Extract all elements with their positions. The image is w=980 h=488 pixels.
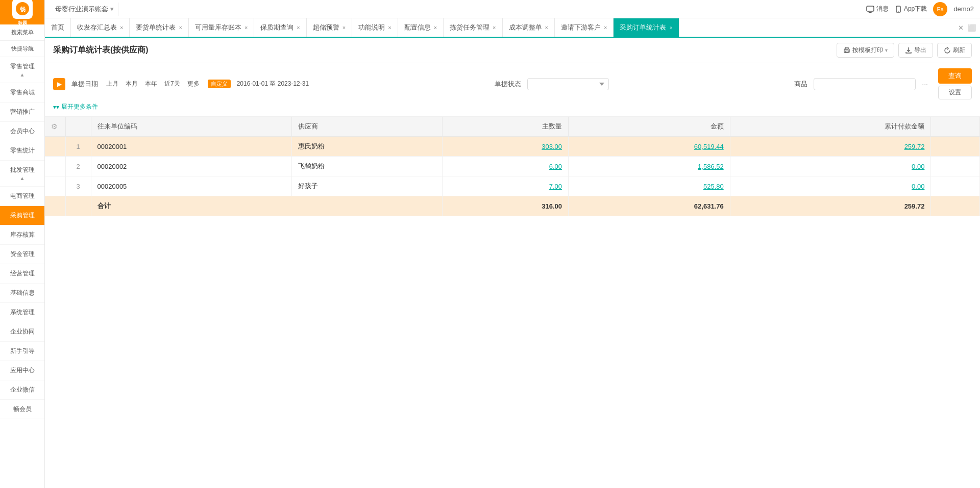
date-shortcut-2[interactable]: 本年 [143,79,159,89]
tab-config-info[interactable]: 配置信息× [398,18,444,37]
sidebar-item-wholesale[interactable]: 批发管理▲ [0,161,44,187]
main-qty-cell[interactable]: 6.00 [442,157,569,176]
account-dropdown[interactable]: 母婴行业演示账套 ▾ [51,3,118,16]
date-shortcuts: 上月本月本年近7天更多 [104,79,202,89]
tab-available-stock[interactable]: 可用量库存账本× [189,18,254,37]
tab-receive-summary[interactable]: 收发存汇总表× [71,18,130,37]
tab-feature-desc[interactable]: 功能说明× [352,18,398,37]
sidebar-item-enterprise[interactable]: 企业协同 [0,322,44,342]
tab-close-picking-task[interactable]: × [493,24,496,31]
tab-label-purchase-stat: 采购订单统计表 [620,23,666,32]
sidebar-item-retail[interactable]: 零售管理▲ [0,57,44,83]
app-download-btn[interactable]: App下载 [895,5,927,13]
sidebar-item-purchase[interactable]: 采购管理 [0,206,44,225]
tab-purchase-stat[interactable]: 采购订单统计表× [614,18,679,37]
search-menu-item[interactable]: 搜索菜单 [0,24,44,41]
message-btn[interactable]: 消息 [866,5,889,13]
filter-toggle-btn[interactable]: ▶ [53,78,65,90]
tab-order-summary[interactable]: 要货单统计表× [130,18,188,37]
sidebar-item-label-operation: 经营管理 [10,269,35,278]
sidebar-item-wechat[interactable]: 企业微信 [0,380,44,400]
tab-cost-adjust[interactable]: 成本调整单× [503,18,555,37]
print-button[interactable]: 按模板打印 ▾ [837,43,894,58]
paid-amount-cell[interactable]: 259.72 [730,137,931,157]
sidebar-item-label-retail-stat: 零售统计 [10,146,35,155]
export-button[interactable]: 导出 [898,43,933,58]
date-shortcut-3[interactable]: 近7天 [162,79,182,89]
tab-close-invite-downstream[interactable]: × [604,24,607,31]
sidebar-item-inventory[interactable]: 库存核算 [0,225,44,245]
tab-close-feature-desc[interactable]: × [388,24,391,31]
sidebar-item-label-newbie: 新手引导 [10,347,35,355]
svg-point-4 [898,11,899,12]
sidebar-item-system[interactable]: 系统管理 [0,303,44,322]
date-shortcut-4[interactable]: 更多 [185,79,202,89]
tab-invite-downstream[interactable]: 邀请下游客户× [555,18,614,37]
tab-label-cost-adjust: 成本调整单 [509,23,542,32]
tab-close-config-info[interactable]: × [434,24,437,31]
tab-home[interactable]: 首页 [45,18,71,37]
search-menu-label: 搜索菜单 [0,29,44,36]
tab-close-purchase-stat[interactable]: × [669,24,672,31]
sidebar-item-retail-stat[interactable]: 零售统计 [0,141,44,161]
custom-date-tag[interactable]: 自定义 [208,80,231,88]
tab-close-expiry-query[interactable]: × [297,24,300,31]
close-window-icon[interactable]: ✕ [958,24,964,32]
sidebar: 畅 标题 搜索菜单 快捷导航 零售管理▲零售商城营销推广会员中心零售统计批发管理… [0,0,45,488]
sidebar-item-finance[interactable]: 资金管理 [0,245,44,264]
tab-close-cost-adjust[interactable]: × [545,24,548,31]
footer-settings-cell [45,196,65,216]
main-qty-cell[interactable]: 7.00 [442,176,569,196]
date-shortcut-0[interactable]: 上月 [104,79,120,89]
query-button[interactable]: 查询 [938,68,972,84]
table-row[interactable]: 300020005好孩子7.00525.800.00 [45,176,980,196]
page-title: 采购订单统计表(按供应商) [53,45,149,56]
amount-cell[interactable]: 525.80 [569,176,730,196]
amount-cell[interactable]: 1,586.52 [569,157,730,176]
sidebar-item-apps[interactable]: 应用中心 [0,361,44,380]
sidebar-item-basic[interactable]: 基础信息 [0,284,44,303]
tab-close-overstock-alert[interactable]: × [342,24,346,31]
quick-nav-item[interactable]: 快捷导航 [0,41,44,57]
user-avatar[interactable]: Ea [933,2,947,16]
sidebar-item-vip[interactable]: 畅会员 [0,400,44,419]
sidebar-item-newbie[interactable]: 新手引导 [0,342,44,361]
sidebar-item-label-member: 会员中心 [10,127,35,136]
goods-more-icon[interactable]: ··· [922,80,928,88]
sidebar-logo[interactable]: 畅 标题 [0,0,44,24]
tab-picking-task[interactable]: 拣货任务管理× [444,18,502,37]
sidebar-item-retail-shop[interactable]: 零售商城 [0,83,44,102]
refresh-button[interactable]: 刷新 [937,43,972,58]
table-row[interactable]: 200020002飞鹤奶粉6.001,586.520.00 [45,157,980,176]
extra-cell [931,176,980,196]
maximize-icon[interactable]: ⬜ [968,24,976,32]
table-row[interactable]: 100020001惠氏奶粉303.0060,519.44259.72 [45,137,980,157]
tab-label-picking-task: 拣货任务管理 [450,23,489,32]
sidebar-item-ecommerce[interactable]: 电商管理 [0,187,44,206]
paid-amount-cell[interactable]: 0.00 [730,176,931,196]
tab-expiry-query[interactable]: 保质期查询× [254,18,306,37]
username-label[interactable]: demo2 [953,5,974,13]
date-shortcut-1[interactable]: 本月 [124,79,140,89]
sidebar-item-operation[interactable]: 经营管理 [0,264,44,284]
expand-label: 展开更多条件 [61,102,98,111]
purchase-stat-table: ⚙ 往来单位编码 供应商 主数量 金额 累计付款金额 100020001惠氏奶粉… [45,117,980,216]
amount-cell[interactable]: 60,519.44 [569,137,730,157]
sidebar-item-marketing[interactable]: 营销推广 [0,102,44,122]
main-qty-cell[interactable]: 303.00 [442,137,569,157]
status-select[interactable] [527,78,609,90]
tab-close-receive-summary[interactable]: × [120,24,123,31]
settings-button[interactable]: 设置 [938,86,972,99]
column-settings-icon[interactable]: ⚙ [51,122,58,131]
sidebar-item-label-marketing: 营销推广 [10,108,35,116]
tab-close-order-summary[interactable]: × [179,24,182,31]
unit-code-cell: 00020005 [91,176,292,196]
expand-filter-btn[interactable]: ▾▾ 展开更多条件 [53,102,972,111]
goods-filter-label: 商品 [794,80,807,89]
goods-input[interactable] [814,78,916,90]
tab-overstock-alert[interactable]: 超储预警× [307,18,352,37]
paid-amount-cell[interactable]: 0.00 [730,157,931,176]
footer-amount: 62,631.76 [569,196,730,216]
tab-close-available-stock[interactable]: × [244,24,248,31]
sidebar-item-member[interactable]: 会员中心 [0,122,44,141]
